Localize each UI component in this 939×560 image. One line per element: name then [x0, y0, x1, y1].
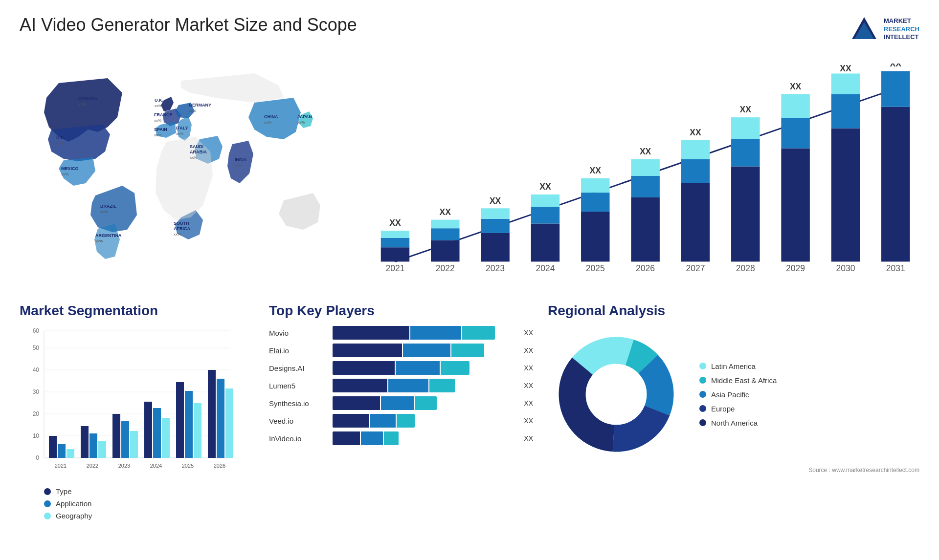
svg-text:20: 20	[33, 410, 40, 417]
svg-text:0: 0	[36, 454, 39, 461]
player-name: Designs.AI	[269, 364, 328, 372]
svg-rect-47	[631, 176, 659, 197]
svg-text:40: 40	[33, 366, 40, 373]
svg-rect-99	[121, 421, 129, 458]
svg-rect-48	[631, 159, 659, 176]
regional-container: Regional Analysis	[548, 303, 919, 508]
type-label: Type	[56, 487, 72, 495]
svg-rect-111	[217, 379, 224, 458]
players-container: Top Key Players Movio XX Elai.io	[269, 303, 533, 508]
spain-label: SPAIN	[154, 127, 167, 132]
svg-rect-91	[58, 444, 66, 458]
players-list: Movio XX Elai.io	[269, 326, 533, 445]
svg-text:xx%: xx%	[297, 120, 305, 125]
growth-bar-chart: XX 2021 XX 2022 XX 2023 XX 2024	[357, 64, 919, 288]
svg-rect-26	[431, 240, 459, 262]
world-map: CANADA xx% U.S. xx% MEXICO xx% BRAZIL xx…	[20, 54, 342, 269]
regional-legend: Latin America Middle East & Africa Asia …	[699, 362, 777, 427]
player-name: Elai.io	[269, 346, 328, 355]
player-row: Veed.io XX	[269, 414, 533, 428]
svg-text:xx%: xx%	[264, 120, 271, 125]
svg-rect-107	[185, 391, 193, 458]
player-row: Movio XX	[269, 326, 533, 340]
latin-america-label: Latin America	[711, 362, 756, 370]
player-value: XX	[524, 382, 533, 389]
svg-rect-98	[112, 414, 120, 458]
svg-text:10: 10	[33, 432, 40, 439]
legend-geography: Geography	[44, 512, 254, 520]
svg-rect-52	[681, 159, 710, 183]
svg-text:xx%: xx%	[176, 131, 183, 136]
segmentation-container: Market Segmentation 0 10 20 30	[20, 303, 254, 508]
svg-text:XX: XX	[890, 64, 902, 68]
geography-label: Geography	[56, 512, 92, 520]
japan-label: JAPAN	[297, 114, 312, 119]
svg-text:xx%: xx%	[154, 133, 161, 137]
legend-asia-pacific: Asia Pacific	[699, 390, 777, 399]
svg-rect-71	[881, 107, 910, 262]
svg-text:2022: 2022	[436, 263, 455, 273]
italy-label: ITALY	[176, 126, 188, 130]
donut-chart	[548, 326, 685, 463]
asia-pacific-label: Asia Pacific	[711, 390, 749, 399]
argentina-label: ARGENTINA	[95, 233, 122, 238]
player-name: Veed.io	[269, 417, 328, 425]
svg-rect-72	[881, 71, 910, 107]
svg-rect-53	[681, 140, 710, 159]
canada-label: CANADA	[78, 96, 97, 101]
svg-text:xx%: xx%	[56, 141, 64, 146]
svg-text:2027: 2027	[686, 263, 705, 273]
svg-text:2029: 2029	[786, 263, 805, 273]
players-title: Top Key Players	[269, 303, 533, 319]
svg-rect-46	[631, 197, 659, 262]
svg-text:XX: XX	[490, 196, 501, 206]
svg-rect-67	[831, 94, 860, 128]
svg-rect-22	[381, 238, 409, 247]
svg-rect-63	[781, 94, 809, 118]
segmentation-title: Market Segmentation	[20, 303, 254, 319]
header: AI Video Generator Market Size and Scope…	[20, 15, 919, 44]
middle-east-label: Middle East & Africa	[711, 376, 777, 385]
bottom-section: Market Segmentation 0 10 20 30	[20, 303, 919, 508]
germany-label: GERMANY	[189, 103, 211, 108]
svg-text:XX: XX	[389, 218, 401, 228]
player-row: InVideo.io XX	[269, 431, 533, 445]
svg-text:2024: 2024	[150, 463, 162, 469]
segmentation-legend: Type Application Geography	[44, 487, 254, 520]
player-value: XX	[524, 329, 533, 337]
logo: MARKET RESEARCH INTELLECT	[850, 15, 919, 44]
svg-text:xx%: xx%	[100, 210, 108, 214]
page-title: AI Video Generator Market Size and Scope	[20, 15, 357, 35]
svg-rect-100	[130, 431, 138, 458]
svg-text:xx%: xx%	[154, 118, 161, 123]
svg-rect-61	[781, 148, 809, 261]
type-dot	[44, 488, 51, 495]
svg-rect-43	[581, 178, 609, 193]
brazil-label: BRAZIL	[100, 204, 116, 209]
bar-chart-container: XX 2021 XX 2022 XX 2023 XX 2024	[357, 54, 919, 288]
top-section: CANADA xx% U.S. xx% MEXICO xx% BRAZIL xx…	[20, 54, 919, 288]
svg-text:XX: XX	[590, 166, 602, 175]
player-name: Synthesia.io	[269, 399, 328, 408]
svg-rect-51	[681, 183, 710, 262]
svg-text:XX: XX	[440, 207, 451, 217]
svg-rect-62	[781, 118, 809, 148]
svg-text:ARABIA: ARABIA	[190, 150, 207, 154]
legend-middle-east-africa: Middle East & Africa	[699, 376, 777, 385]
svg-text:60: 60	[33, 327, 40, 334]
svg-rect-92	[67, 449, 74, 458]
svg-text:2028: 2028	[736, 263, 755, 273]
france-label: FRANCE	[154, 112, 173, 117]
svg-text:2025: 2025	[586, 263, 605, 273]
svg-rect-58	[731, 117, 760, 139]
svg-text:2022: 2022	[87, 463, 98, 469]
svg-rect-102	[144, 402, 152, 458]
legend-latin-america: Latin America	[699, 362, 777, 370]
svg-rect-27	[431, 228, 459, 240]
svg-text:xx%: xx%	[189, 108, 196, 113]
svg-text:50: 50	[33, 345, 40, 351]
svg-text:2026: 2026	[636, 263, 655, 273]
svg-rect-57	[731, 139, 760, 167]
segmentation-chart: 0 10 20 30 40 50 60 2021	[20, 326, 245, 482]
player-bar-wrap	[333, 361, 515, 375]
